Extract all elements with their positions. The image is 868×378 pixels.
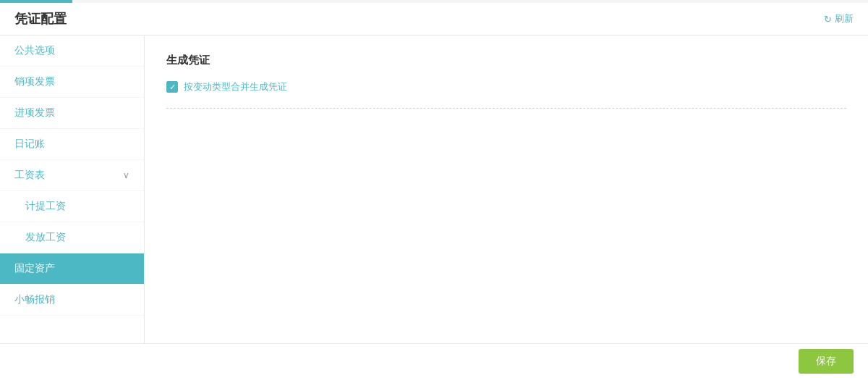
save-button[interactable]: 保存: [799, 349, 854, 374]
refresh-button[interactable]: ↻ 刷新: [824, 12, 854, 25]
sidebar-item-payroll-table[interactable]: 工资表∨: [0, 160, 144, 191]
sidebar-item-pay-salary[interactable]: 发放工资: [0, 222, 144, 253]
sidebar-item-label-purchase-invoice: 进项发票: [14, 106, 55, 119]
sidebar-item-label-expense-report: 小畅报销: [14, 293, 55, 306]
top-tab-bar: [0, 0, 868, 3]
merge-voucher-row: ✓ 按变动类型合并生成凭证: [166, 80, 846, 93]
sidebar-item-fixed-assets[interactable]: 固定资产: [0, 253, 144, 285]
section-divider: [166, 108, 846, 109]
sidebar-item-label-fixed-assets: 固定资产: [14, 262, 55, 275]
merge-voucher-label[interactable]: 按变动类型合并生成凭证: [184, 80, 287, 93]
sidebar: 公共选项销项发票进项发票日记账工资表∨计提工资发放工资固定资产小畅报销: [0, 35, 145, 343]
refresh-icon: ↻: [824, 14, 832, 25]
sidebar-item-label-journal: 日记账: [14, 138, 45, 151]
sidebar-item-label-pay-salary: 发放工资: [25, 231, 66, 244]
main-layout: 公共选项销项发票进项发票日记账工资表∨计提工资发放工资固定资产小畅报销 生成凭证…: [0, 35, 868, 343]
content-area: 生成凭证 ✓ 按变动类型合并生成凭证: [145, 35, 868, 343]
sidebar-item-purchase-invoice[interactable]: 进项发票: [0, 98, 144, 129]
sidebar-item-label-sales-invoice: 销项发票: [14, 75, 55, 88]
sidebar-item-label-calc-salary: 计提工资: [25, 200, 66, 213]
sidebar-item-label-public-options: 公共选项: [14, 44, 55, 57]
chevron-down-icon-payroll-table: ∨: [123, 170, 129, 180]
page-header: 凭证配置 ↻ 刷新: [0, 3, 868, 35]
top-tab-active-indicator: [0, 0, 72, 3]
sidebar-item-journal[interactable]: 日记账: [0, 129, 144, 160]
sidebar-item-label-payroll-table: 工资表: [14, 169, 45, 182]
page-footer: 保存: [0, 343, 868, 378]
refresh-label: 刷新: [835, 12, 854, 25]
section-title: 生成凭证: [166, 54, 846, 67]
sidebar-item-sales-invoice[interactable]: 销项发票: [0, 67, 144, 98]
page-title: 凭证配置: [14, 10, 67, 28]
sidebar-item-calc-salary[interactable]: 计提工资: [0, 191, 144, 222]
sidebar-item-expense-report[interactable]: 小畅报销: [0, 285, 144, 316]
merge-voucher-checkbox[interactable]: ✓: [166, 81, 178, 93]
sidebar-item-public-options[interactable]: 公共选项: [0, 35, 144, 67]
